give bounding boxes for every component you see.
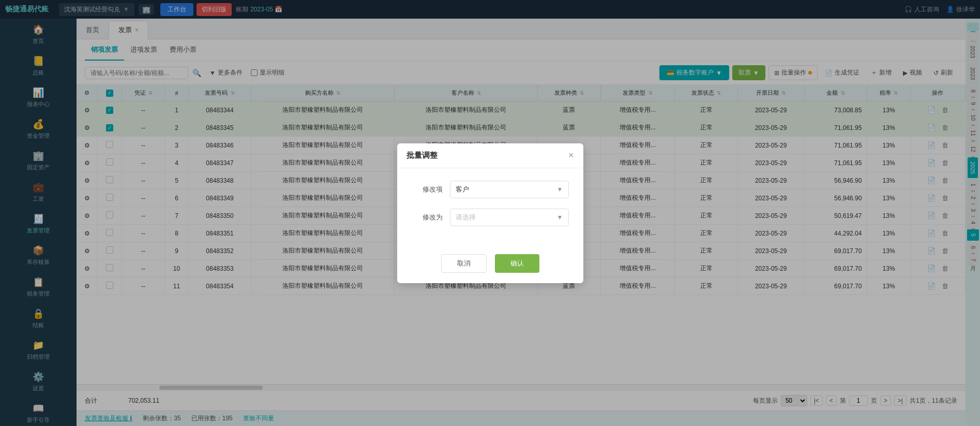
modal-header: 批量调整 × bbox=[397, 143, 583, 168]
batch-adjust-modal: 批量调整 × 修改项 客户 ▼ 修改为 请选择 ▼ 取消 确认 bbox=[397, 143, 583, 283]
target-label: 修改为 bbox=[412, 213, 443, 222]
modal-title: 批量调整 bbox=[406, 151, 438, 160]
target-select-arrow: ▼ bbox=[557, 214, 563, 221]
form-row-field: 修改项 客户 ▼ bbox=[412, 181, 569, 198]
modal-overlay[interactable]: 批量调整 × 修改项 客户 ▼ 修改为 请选择 ▼ 取消 确认 bbox=[0, 0, 980, 426]
target-placeholder: 请选择 bbox=[456, 213, 476, 222]
form-row-target: 修改为 请选择 ▼ bbox=[412, 209, 569, 226]
field-label: 修改项 bbox=[412, 185, 443, 194]
field-select-arrow: ▼ bbox=[557, 186, 563, 193]
target-select[interactable]: 请选择 ▼ bbox=[450, 209, 569, 226]
modal-body: 修改项 客户 ▼ 修改为 请选择 ▼ bbox=[397, 168, 583, 247]
confirm-button[interactable]: 确认 bbox=[495, 254, 539, 273]
modal-footer: 取消 确认 bbox=[397, 247, 583, 283]
field-select[interactable]: 客户 ▼ bbox=[450, 181, 569, 198]
modal-close-button[interactable]: × bbox=[568, 151, 574, 160]
cancel-button[interactable]: 取消 bbox=[441, 254, 487, 273]
field-value: 客户 bbox=[456, 185, 469, 194]
